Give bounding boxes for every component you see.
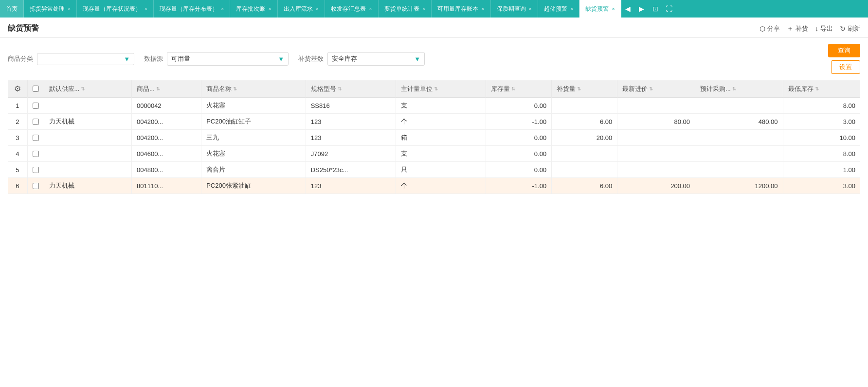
refresh-button[interactable]: ↻ 刷新 (840, 24, 860, 33)
row-check-5[interactable] (33, 167, 39, 173)
col-replenish-header: 补货量 ⇅ (552, 80, 617, 98)
table-row: 4 004600... 火花塞 J7092 支 0.00 8.00 (8, 146, 860, 162)
tab-stock-status[interactable]: 现存量（库存状况表） × (77, 0, 153, 18)
row-min-stock-5: 1.00 (783, 162, 860, 178)
row-code-3: 004200... (131, 130, 201, 146)
page-header: 缺货预警 ⬡ 分享 ＋ 补货 ↓ 导出 ↻ 刷新 (0, 18, 868, 38)
row-spec-2: 123 (306, 114, 396, 130)
col-name-header: 商品名称 ⇅ (201, 80, 306, 98)
row-name-2: PC200油缸缸子 (201, 114, 306, 130)
row-check-1[interactable] (33, 103, 39, 109)
row-replenish-6: 6.00 (552, 178, 617, 194)
row-check-3[interactable] (33, 135, 39, 141)
row-est-purchase-3 (695, 130, 783, 146)
table-gear-button[interactable]: ⚙ (14, 84, 21, 93)
tab-picking[interactable]: 拣货异常处理 × (24, 0, 77, 18)
row-latest-price-3 (617, 130, 695, 146)
query-button[interactable]: 查询 (828, 44, 860, 57)
share-icon: ⬡ (760, 25, 765, 33)
row-num-6: 6 (8, 178, 27, 194)
tab-inout[interactable]: 出入库流水 × (278, 0, 325, 18)
row-code-4: 004600... (131, 146, 201, 162)
tab-close-stock-status[interactable]: × (144, 6, 147, 12)
col-min-stock-header: 最低库存 ⇅ (783, 80, 860, 98)
row-check-2[interactable] (33, 119, 39, 125)
tab-close-shelf-life[interactable]: × (529, 6, 532, 12)
replenish-button[interactable]: ＋ 补货 (787, 24, 808, 33)
tab-close-shortage[interactable]: × (612, 6, 615, 12)
tab-prev-button[interactable]: ◀ (621, 0, 635, 18)
row-stock-1: 0.00 (486, 98, 552, 114)
tab-stock-dist[interactable]: 现存量（库存分布表） × (154, 0, 230, 18)
row-check-6[interactable] (33, 183, 39, 189)
table-row: 5 004800... 离合片 DS250*23c... 只 0.00 1.00 (8, 162, 860, 178)
tab-close-overstock[interactable]: × (570, 6, 573, 12)
row-est-purchase-2: 480.00 (695, 114, 783, 130)
replenish-base-value: 安全库存 (332, 54, 357, 63)
refresh-icon: ↻ (840, 25, 846, 33)
sort-latest-price-icon: ⇅ (649, 86, 653, 91)
table-row: 1 0000042 火花塞 SS816 支 0.00 8.00 (8, 98, 860, 114)
tab-close-batch[interactable]: × (268, 6, 271, 12)
replenish-base-label: 补货基数 (298, 54, 324, 63)
tab-fullscreen-button[interactable]: ⛶ (662, 0, 676, 18)
row-code-6: 801110... (131, 178, 201, 194)
sort-code-icon: ⇅ (156, 86, 160, 91)
row-checkbox-1[interactable] (27, 98, 44, 114)
tab-close-inout[interactable]: × (316, 6, 319, 12)
datasource-select[interactable]: 可用量 ▼ (167, 52, 289, 66)
row-latest-price-6: 200.00 (617, 178, 695, 194)
row-num-4: 4 (8, 146, 27, 162)
row-min-stock-1: 8.00 (783, 98, 860, 114)
row-replenish-4 (552, 146, 617, 162)
replenish-base-dropdown-icon: ▼ (414, 55, 420, 63)
row-name-5: 离合片 (201, 162, 306, 178)
row-supplier-2: 力天机械 (44, 114, 131, 130)
row-stock-5: 0.00 (486, 162, 552, 178)
col-spec-header: 规格型号 ⇅ (306, 80, 396, 98)
tab-close-available[interactable]: × (481, 6, 484, 12)
tab-close-order-stats[interactable]: × (422, 6, 425, 12)
tab-overstock[interactable]: 超储预警 × (538, 0, 579, 18)
row-latest-price-4 (617, 146, 695, 162)
row-checkbox-3[interactable] (27, 130, 44, 146)
row-code-5: 004800... (131, 162, 201, 178)
datasource-dropdown-icon: ▼ (278, 55, 284, 63)
tab-batch[interactable]: 库存批次账 × (230, 0, 277, 18)
tab-home[interactable]: 首页 (0, 0, 24, 18)
tab-available[interactable]: 可用量库存账本 × (432, 0, 490, 18)
filter-right-actions: 查询 设置 (828, 44, 860, 74)
row-unit-1: 支 (396, 98, 486, 114)
replenish-base-filter-group: 补货基数 安全库存 ▼ (298, 52, 425, 66)
setting-button[interactable]: 设置 (831, 60, 860, 74)
col-gear: ⚙ (8, 80, 27, 98)
row-checkbox-5[interactable] (27, 162, 44, 178)
row-checkbox-6[interactable] (27, 178, 44, 194)
row-name-3: 三九 (201, 130, 306, 146)
replenish-base-select[interactable]: 安全库存 ▼ (327, 52, 425, 66)
row-code-2: 004200... (131, 114, 201, 130)
category-select[interactable]: ▼ (37, 53, 134, 65)
tab-summary[interactable]: 收发存汇总表 × (325, 0, 378, 18)
col-stock-header: 库存量 ⇅ (486, 80, 552, 98)
row-min-stock-2: 3.00 (783, 114, 860, 130)
tab-next-button[interactable]: ▶ (635, 0, 649, 18)
tab-order-stats[interactable]: 要货单统计表 × (379, 0, 432, 18)
tab-restore-button[interactable]: ⊡ (649, 0, 662, 18)
tab-shortage[interactable]: 缺货预警 × (579, 0, 621, 18)
row-checkbox-4[interactable] (27, 146, 44, 162)
filter-bar: 商品分类 ▼ 数据源 可用量 ▼ 补货基数 安全库存 ▼ 查询 设置 (0, 38, 868, 80)
row-check-4[interactable] (33, 151, 39, 157)
tab-close-stock-dist[interactable]: × (221, 6, 224, 12)
select-all-checkbox[interactable] (33, 86, 39, 92)
row-unit-5: 只 (396, 162, 486, 178)
export-button[interactable]: ↓ 导出 (815, 24, 833, 33)
tab-shelf-life[interactable]: 保质期查询 × (491, 0, 538, 18)
row-min-stock-6: 3.00 (783, 178, 860, 194)
row-code-1: 0000042 (131, 98, 201, 114)
row-checkbox-2[interactable] (27, 114, 44, 130)
page-container: 缺货预警 ⬡ 分享 ＋ 补货 ↓ 导出 ↻ 刷新 商品分类 (0, 18, 868, 387)
tab-close-picking[interactable]: × (68, 6, 71, 12)
tab-close-summary[interactable]: × (369, 6, 372, 12)
share-button[interactable]: ⬡ 分享 (760, 24, 780, 33)
